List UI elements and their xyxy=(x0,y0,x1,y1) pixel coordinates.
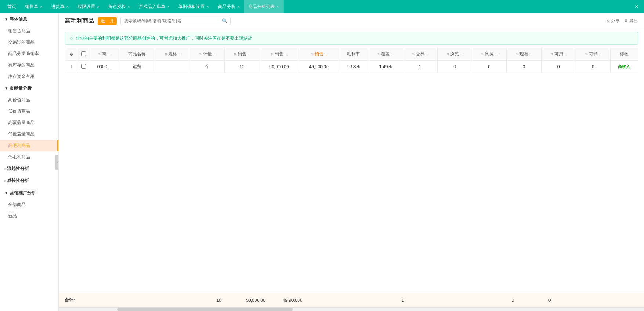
close-template[interactable]: × xyxy=(206,4,209,9)
close-sales-order[interactable]: × xyxy=(40,4,42,9)
footer-trade: 1 xyxy=(388,298,417,303)
cell-views1[interactable]: 0 xyxy=(437,61,472,73)
col-checkbox[interactable] xyxy=(78,48,89,61)
nav-analysis-list[interactable]: 商品分析列表 × xyxy=(244,0,283,13)
col-settings[interactable]: ⚙ xyxy=(65,48,78,61)
footer-empty1 xyxy=(314,298,344,303)
cell-sales-amt: 50,000.00 xyxy=(259,61,299,73)
nav-purchase-order[interactable]: 进货单 × xyxy=(47,0,73,13)
footer-label: 合计: xyxy=(65,297,87,303)
sidebar-item-traded-goods[interactable]: 交易过的商品 xyxy=(0,37,58,48)
data-table: ⚙ 商... 商品名称 规格... 计量... 销售... 销售... 销售..… xyxy=(65,48,638,73)
col-code[interactable]: 商... xyxy=(89,48,119,61)
cell-code: 0000... xyxy=(89,61,119,73)
sidebar-item-all-goods[interactable]: 全部商品 xyxy=(0,199,58,210)
col-name: 商品名称 xyxy=(119,48,155,61)
close-all-tabs[interactable]: × xyxy=(632,3,641,10)
cell-sellable: 0 xyxy=(576,61,610,73)
col-sellable[interactable]: 可销... xyxy=(576,48,610,61)
nav-sales-order[interactable]: 销售单 × xyxy=(21,0,47,13)
search-input[interactable] xyxy=(124,18,222,23)
sidebar-item-category-rate[interactable]: 商品分类助销率 xyxy=(0,48,58,59)
sidebar-item-in-stock[interactable]: 有库存的商品 xyxy=(0,59,58,71)
page-title: 高毛利商品 xyxy=(65,17,94,25)
col-sales-amt2[interactable]: 销售... xyxy=(299,48,339,61)
sidebar-item-new-goods[interactable]: 新品 xyxy=(0,210,58,222)
info-icon: ☆ xyxy=(69,36,73,41)
sidebar-item-low-value[interactable]: 低价值商品 xyxy=(0,106,58,117)
arrow-growth: › xyxy=(4,179,6,183)
time-filter-button[interactable]: 近一月 xyxy=(98,17,117,25)
select-all-checkbox[interactable] xyxy=(81,51,86,56)
col-sales-qty[interactable]: 销售... xyxy=(224,48,259,61)
cell-trade: 1 xyxy=(403,61,437,73)
col-trade[interactable]: 交易... xyxy=(403,48,437,61)
close-analysis-list[interactable]: × xyxy=(277,4,279,9)
sidebar-item-high-coverage[interactable]: 高覆盖量商品 xyxy=(0,117,58,129)
search-icon[interactable]: 🔍 xyxy=(222,18,227,23)
nav-permissions[interactable]: 权限设置 × xyxy=(73,0,104,13)
sidebar-item-low-coverage[interactable]: 低覆盖量商品 xyxy=(0,129,58,140)
close-inbound[interactable]: × xyxy=(167,4,169,9)
col-current[interactable]: 现有... xyxy=(507,48,541,61)
sidebar-group-contribution[interactable]: ▼ 贡献量分析 xyxy=(0,82,58,94)
sidebar-item-high-margin[interactable]: 高毛利商品 xyxy=(0,140,58,151)
col-available[interactable]: 可用... xyxy=(541,48,576,61)
main-area: ▼ 整体信息 销售货商品 交易过的商品 商品分类助销率 有库存的商品 库存资金占… xyxy=(0,13,644,311)
search-box: 🔍 xyxy=(120,17,231,25)
cell-name: 运费 xyxy=(119,61,155,73)
col-sales-amt[interactable]: 销售... xyxy=(259,48,299,61)
content-header: 高毛利商品 近一月 🔍 ⎋ 分享 ⬇ 导出 xyxy=(59,13,644,29)
share-button[interactable]: ⎋ 分享 xyxy=(607,18,620,24)
arrow-trend: › xyxy=(4,167,6,171)
col-unit[interactable]: 计量... xyxy=(190,48,224,61)
nav-roles[interactable]: 角色授权 × xyxy=(104,0,134,13)
nav-template[interactable]: 单据模板设置 × xyxy=(174,0,213,13)
footer-sales-qty: 10 xyxy=(204,298,234,303)
sidebar-collapse-button[interactable]: « xyxy=(55,155,59,170)
sidebar-group-trend[interactable]: › 流趋性分析 xyxy=(0,163,58,175)
sidebar-item-sales-goods[interactable]: 销售货商品 xyxy=(0,25,58,37)
export-button[interactable]: ⬇ 导出 xyxy=(624,18,638,24)
cell-gross-margin: 99.8% xyxy=(339,61,368,73)
top-navigation: 首页 销售单 × 进货单 × 权限设置 × 角色授权 × 产成品入库单 × 单据… xyxy=(0,0,644,13)
footer-empty4 xyxy=(461,298,491,303)
cell-available: 0 xyxy=(541,61,576,73)
nav-analysis[interactable]: 商品分析 × xyxy=(213,0,244,13)
close-purchase-order[interactable]: × xyxy=(66,4,68,9)
cell-checkbox[interactable] xyxy=(78,61,89,73)
footer-sales-amt: 50,000.00 xyxy=(241,298,270,303)
sidebar-group-growth[interactable]: › 成长性分析 xyxy=(0,175,58,187)
sidebar-group-overall[interactable]: ▼ 整体信息 xyxy=(0,13,58,25)
footer-empty3 xyxy=(425,298,454,303)
close-roles[interactable]: × xyxy=(127,4,130,9)
cell-views2: 0 xyxy=(472,61,507,73)
table-container: ⚙ 商... 商品名称 规格... 计量... 销售... 销售... 销售..… xyxy=(65,48,638,293)
sidebar: ▼ 整体信息 销售货商品 交易过的商品 商品分类助销率 有库存的商品 库存资金占… xyxy=(0,13,59,311)
table-header-row: ⚙ 商... 商品名称 规格... 计量... 销售... 销售... 销售..… xyxy=(65,48,638,61)
cell-coverage: 1.49% xyxy=(368,61,403,73)
col-gross-margin: 毛利率 xyxy=(339,48,368,61)
row-checkbox[interactable] xyxy=(81,64,86,69)
footer-values: 10 50,000.00 49,900.00 1 0 0 xyxy=(94,298,638,303)
cell-unit: 个 xyxy=(190,61,224,73)
arrow-contribution: ▼ xyxy=(4,86,8,90)
footer-current: 0 xyxy=(498,298,528,303)
sidebar-group-marketing[interactable]: ▼ 营销推广分析 xyxy=(0,187,58,199)
nav-inbound[interactable]: 产成品入库单 × xyxy=(134,0,174,13)
sidebar-group-contribution-items: 高价值商品 低价值商品 高覆盖量商品 低覆盖量商品 高毛利商品 低毛利商品 xyxy=(0,94,58,163)
nav-home[interactable]: 首页 xyxy=(3,0,21,13)
sidebar-item-low-margin[interactable]: 低毛利商品 xyxy=(0,151,58,163)
sidebar-item-high-value[interactable]: 高价值商品 xyxy=(0,94,58,106)
cell-spec xyxy=(155,61,190,73)
close-permissions[interactable]: × xyxy=(97,4,99,9)
col-spec[interactable]: 规格... xyxy=(155,48,190,61)
col-views2[interactable]: 浏览... xyxy=(472,48,507,61)
col-views1[interactable]: 浏览... xyxy=(437,48,472,61)
col-coverage[interactable]: 覆盖... xyxy=(368,48,403,61)
horizontal-scrollbar[interactable] xyxy=(59,307,644,311)
share-icon: ⎋ xyxy=(607,18,609,23)
close-analysis[interactable]: × xyxy=(237,4,240,9)
sidebar-item-stock-capital[interactable]: 库存资金占用 xyxy=(0,71,58,82)
export-icon: ⬇ xyxy=(624,18,628,23)
